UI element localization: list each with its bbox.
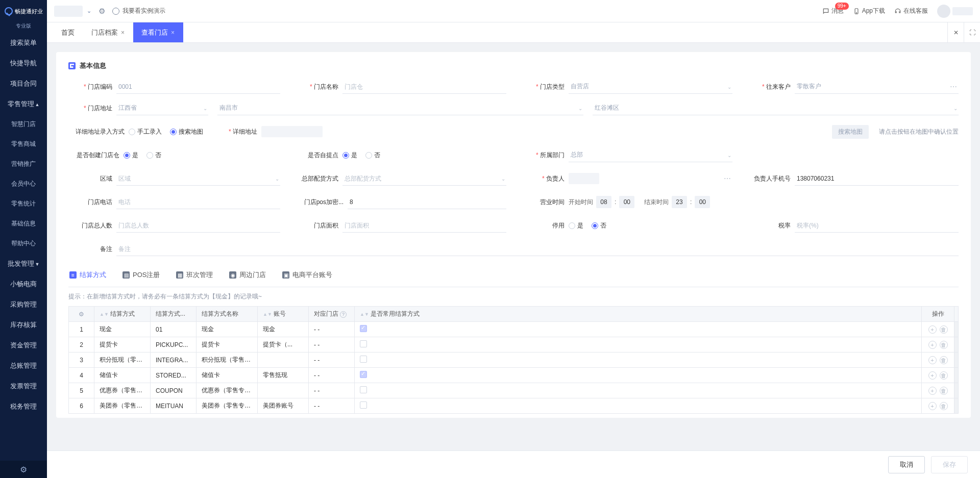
store-type-select[interactable] bbox=[569, 80, 732, 94]
delete-row-icon[interactable]: 🗑 bbox=[940, 371, 948, 380]
cell-common[interactable] bbox=[355, 353, 922, 368]
th-acct[interactable]: ▲▼账号 bbox=[258, 307, 309, 322]
end-hour[interactable]: 23 bbox=[672, 196, 687, 208]
messages-button[interactable]: 消息 99+ bbox=[822, 7, 844, 15]
fullscreen-button[interactable]: ⛶ bbox=[964, 22, 980, 42]
checkbox[interactable] bbox=[360, 386, 367, 393]
radio-wh-no[interactable]: 否 bbox=[146, 151, 161, 160]
pos-input[interactable] bbox=[348, 195, 506, 209]
subtab-settlement[interactable]: ≡结算方式 bbox=[68, 268, 107, 282]
user-menu[interactable] bbox=[937, 5, 973, 18]
tax-input[interactable] bbox=[795, 218, 959, 233]
table-row[interactable]: 2提货卡PICKUPC...提货卡提货卡（...- -+🗑 bbox=[69, 337, 959, 353]
add-row-icon[interactable]: + bbox=[928, 341, 937, 349]
nav-retail-mgmt[interactable]: 零售管理▲ bbox=[0, 94, 47, 114]
app-download-button[interactable]: App下载 bbox=[853, 7, 885, 15]
close-all-tabs-button[interactable]: ✕ bbox=[947, 22, 964, 42]
table-row[interactable]: 1现金01现金现金- -+🗑 bbox=[69, 322, 959, 337]
cell-common[interactable] bbox=[355, 337, 922, 353]
scrollbar-track[interactable] bbox=[954, 383, 959, 398]
add-row-icon[interactable]: + bbox=[928, 325, 937, 334]
close-icon[interactable]: × bbox=[171, 29, 175, 36]
search-map-button[interactable]: 搜索地图 bbox=[832, 125, 869, 139]
owner-phone-input[interactable] bbox=[795, 171, 959, 186]
close-icon[interactable]: × bbox=[121, 29, 125, 36]
scrollbar-track[interactable] bbox=[954, 368, 959, 383]
nav-retail-mall[interactable]: 零售商城 bbox=[0, 134, 47, 154]
cell-common[interactable] bbox=[355, 368, 922, 383]
nav-invoice[interactable]: 发票管理 bbox=[0, 376, 47, 396]
nav-retail-stats[interactable]: 零售统计 bbox=[0, 194, 47, 214]
checkbox[interactable] bbox=[360, 401, 367, 409]
nav-funds[interactable]: 资金管理 bbox=[0, 335, 47, 356]
cell-common[interactable] bbox=[355, 322, 922, 337]
nav-ledger[interactable]: 总账管理 bbox=[0, 356, 47, 376]
online-service-button[interactable]: 在线客服 bbox=[894, 7, 928, 15]
cancel-button[interactable]: 取消 bbox=[888, 456, 925, 473]
scrollbar-track[interactable] bbox=[954, 337, 959, 353]
radio-manual[interactable]: 手工录入 bbox=[129, 128, 162, 136]
delete-row-icon[interactable]: 🗑 bbox=[940, 387, 948, 395]
scrollbar-track[interactable] bbox=[954, 307, 959, 322]
nav-help[interactable]: 帮助中心 bbox=[0, 234, 47, 254]
nav-inventory[interactable]: 库存核算 bbox=[0, 315, 47, 335]
nav-project-contract[interactable]: 项目合同 bbox=[0, 73, 47, 94]
add-row-icon[interactable]: + bbox=[928, 371, 937, 380]
nav-search-menu[interactable]: 搜索菜单 bbox=[0, 33, 47, 53]
district-select[interactable] bbox=[593, 101, 959, 115]
remark-input[interactable] bbox=[116, 242, 959, 256]
tab-store-archive[interactable]: 门店档案× bbox=[83, 22, 133, 42]
nav-tax[interactable]: 税务管理 bbox=[0, 396, 47, 417]
checkbox[interactable] bbox=[360, 340, 367, 347]
checkbox[interactable] bbox=[360, 325, 367, 332]
province-select[interactable] bbox=[116, 101, 208, 115]
nav-marketing[interactable]: 营销推广 bbox=[0, 154, 47, 174]
dept-select[interactable] bbox=[569, 148, 732, 162]
hq-ship-select[interactable] bbox=[342, 171, 506, 186]
checkbox[interactable] bbox=[360, 356, 367, 363]
subtab-pos[interactable]: ▤POS注册 bbox=[121, 268, 161, 282]
store-name-input[interactable] bbox=[342, 80, 506, 94]
delete-row-icon[interactable]: 🗑 bbox=[940, 402, 948, 410]
subtab-shift[interactable]: ▦班次管理 bbox=[175, 268, 214, 282]
nav-purchase[interactable]: 采购管理 bbox=[0, 294, 47, 315]
workspace-selector[interactable]: ⌄ bbox=[54, 6, 91, 17]
cell-common[interactable] bbox=[355, 398, 922, 414]
th-store[interactable]: 对应门店? bbox=[309, 307, 355, 322]
radio-wh-yes[interactable]: 是 bbox=[124, 151, 138, 160]
th-settle[interactable]: ▲▼结算方式 bbox=[94, 307, 151, 322]
th-code[interactable]: 结算方式... bbox=[151, 307, 197, 322]
scrollbar-track[interactable] bbox=[954, 322, 959, 337]
add-row-icon[interactable]: + bbox=[928, 356, 937, 364]
tab-view-store[interactable]: 查看门店× bbox=[133, 22, 183, 42]
th-common[interactable]: ▲▼是否常用结算方式 bbox=[355, 307, 922, 322]
nav-ecommerce[interactable]: 小畅电商 bbox=[0, 274, 47, 294]
table-row[interactable]: 6美团券（零售专...MEITUAN美团券（零售专用）美团券账号- -+🗑 bbox=[69, 398, 959, 414]
help-icon[interactable]: ? bbox=[340, 311, 347, 318]
end-min[interactable]: 00 bbox=[695, 196, 710, 208]
radio-disabled-yes[interactable]: 是 bbox=[569, 221, 583, 230]
nav-member[interactable]: 会员中心 bbox=[0, 174, 47, 194]
gear-icon[interactable]: ⚙ bbox=[99, 7, 105, 16]
radio-pickup-no[interactable]: 否 bbox=[365, 151, 380, 160]
radio-disabled-no[interactable]: 否 bbox=[592, 221, 606, 230]
area-input[interactable] bbox=[342, 218, 506, 233]
region-select[interactable] bbox=[116, 171, 280, 186]
nav-quick[interactable]: 快捷导航 bbox=[0, 53, 47, 73]
delete-row-icon[interactable]: 🗑 bbox=[940, 341, 948, 349]
scrollbar-track[interactable] bbox=[954, 398, 959, 414]
nav-wholesale[interactable]: 批发管理▼ bbox=[0, 254, 47, 274]
tab-home[interactable]: 首页 bbox=[53, 22, 83, 42]
city-select[interactable] bbox=[217, 101, 583, 115]
radio-pickup-yes[interactable]: 是 bbox=[342, 151, 357, 160]
nav-smart-store[interactable]: 智慧门店 bbox=[0, 114, 47, 134]
th-name[interactable]: 结算方式名称 bbox=[197, 307, 258, 322]
table-row[interactable]: 4储值卡STORED...储值卡零售抵现- -+🗑 bbox=[69, 368, 959, 383]
cell-common[interactable] bbox=[355, 383, 922, 398]
delete-row-icon[interactable]: 🗑 bbox=[940, 356, 948, 364]
radio-map[interactable]: 搜索地图 bbox=[170, 128, 203, 136]
demo-link[interactable]: 我要看实例演示 bbox=[112, 7, 165, 15]
save-button[interactable]: 保存 bbox=[931, 456, 968, 473]
customer-select[interactable] bbox=[795, 80, 959, 94]
add-row-icon[interactable]: + bbox=[928, 387, 937, 395]
